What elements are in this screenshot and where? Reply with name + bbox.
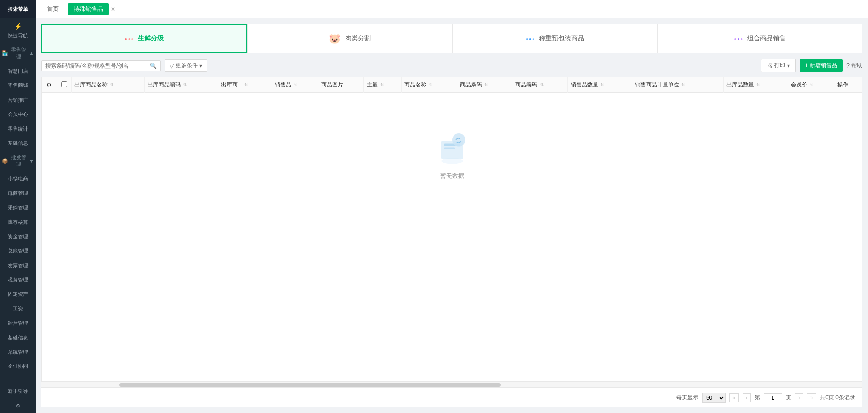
sidebar-item-retail-mall[interactable]: 零售商城 [0, 78, 36, 92]
sidebar-item-enterprise[interactable]: 企业协同 [0, 359, 36, 373]
topbar: 首页 特殊销售品 ✕ [36, 0, 868, 18]
chevron-icon: ▲ [29, 51, 34, 56]
col-outlet-code[interactable]: 出库商品编码 ⇅ [145, 77, 218, 93]
per-page-select[interactable]: 50 10 20 100 [702, 393, 726, 403]
chevron-down-icon: ▾ [199, 63, 202, 69]
func-tab-meat-cutting[interactable]: 🐷 肉类分割 [247, 24, 452, 53]
select-all-checkbox[interactable] [61, 81, 67, 87]
sidebar-item-fixed-assets[interactable]: 固定资产 [0, 287, 36, 301]
col-outlet-qty[interactable]: 出库品数量 ⇅ [723, 77, 788, 93]
data-table: ⚙ 出库商品名称 ⇅ 出库商品编码 ⇅ 出库商. [41, 77, 862, 382]
print-button[interactable]: 🖨 打印 ▾ [761, 59, 796, 72]
svg-point-4 [452, 133, 465, 147]
sidebar-item-newcomer[interactable]: 新手引导 [0, 384, 36, 398]
empty-text: 暂无数据 [440, 172, 464, 180]
sort-icon-sales-item: ⇅ [294, 82, 297, 87]
svg-rect-3 [444, 147, 455, 149]
sidebar: 搜索菜单 ⚡ 快捷导航 🏪 零售管理 ▲ 智慧门店 零售商城 营销推广 会员中心… [0, 0, 36, 413]
toolbar-left: 🔍 ▽ 更多条件 ▾ [41, 59, 207, 72]
sort-icon-product-name: ⇅ [429, 82, 432, 87]
help-icon: ? [846, 63, 850, 69]
sidebar-item-member-center[interactable]: 会员中心 [0, 107, 36, 121]
search-icon: 🔍 [150, 63, 157, 69]
page-label: 第 [755, 394, 760, 402]
content-area: ●●● 生鲜分级 🐷 肉类分割 ●●● 称重预包装商品 ●●● 组合商品销售 [36, 18, 868, 413]
settings-icon: ⚙ [16, 403, 20, 408]
first-page-button[interactable]: « [729, 393, 739, 402]
col-operation: 操作 [834, 77, 862, 93]
sidebar-item-ops-mgmt[interactable]: 经营管理 [0, 316, 36, 330]
horizontal-scroll[interactable] [41, 382, 862, 387]
col-sales-unit[interactable]: 销售商品计量单位 ⇅ [632, 77, 724, 93]
sort-icon-sales-unit: ⇅ [681, 82, 685, 87]
prev-page-button[interactable]: ‹ [743, 393, 751, 402]
col-barcode[interactable]: 商品条码 ⇅ [457, 77, 512, 93]
sidebar-item-retail-stats[interactable]: 零售统计 [0, 122, 36, 136]
sidebar-item-wholesale-mgmt[interactable]: 📦 批发管理 ▼ [0, 150, 36, 172]
sidebar-item-ecom-mgmt[interactable]: 电商管理 [0, 186, 36, 201]
sidebar-item-quick-nav[interactable]: ⚡ 快捷导航 [0, 18, 36, 43]
tab-home[interactable]: 首页 [41, 3, 64, 15]
sidebar-item-retail-mgmt[interactable]: 🏪 零售管理 ▲ [0, 43, 36, 64]
pagination: 每页显示 50 10 20 100 « ‹ 第 页 › » 共0页 0条记录 [41, 387, 862, 407]
empty-state: 暂无数据 [42, 93, 862, 217]
toolbar: 🔍 ▽ 更多条件 ▾ 🖨 打印 ▾ + 新增销售品 ? 帮助 [41, 59, 862, 72]
page-input[interactable] [764, 393, 782, 402]
sidebar-item-mini-ecom[interactable]: 小畅电商 [0, 172, 36, 186]
search-box[interactable]: 🔍 [41, 60, 161, 71]
help-button[interactable]: ? 帮助 [846, 62, 862, 69]
last-page-button[interactable]: » [807, 393, 817, 402]
print-icon: 🖨 [767, 63, 772, 69]
sort-icon-sales-qty: ⇅ [601, 82, 604, 87]
weighing-icon: ●●● [526, 37, 534, 41]
col-outlet-spec[interactable]: 出库商... ⇅ [218, 77, 272, 93]
quick-nav-icon: ⚡ [2, 22, 34, 31]
toolbar-right: 🖨 打印 ▾ + 新增销售品 ? 帮助 [761, 59, 862, 72]
filter-button[interactable]: ▽ 更多条件 ▾ [165, 59, 207, 72]
col-product-img[interactable]: 商品图片 [318, 77, 364, 93]
sort-icon-outlet-spec: ⇅ [244, 82, 248, 87]
sidebar-item-sales-promo[interactable]: 营销推广 [0, 93, 36, 107]
per-page-label: 每页显示 [676, 394, 698, 402]
func-tab-fresh-grading[interactable]: ●●● 生鲜分级 [41, 24, 247, 53]
sidebar-item-general-ledger[interactable]: 总账管理 [0, 244, 36, 258]
add-product-button[interactable]: + 新增销售品 [800, 59, 843, 72]
sidebar-item-settings[interactable]: ⚙ [0, 399, 36, 413]
sidebar-item-invoice-mgmt[interactable]: 发票管理 [0, 258, 36, 273]
col-sales-item[interactable]: 销售品 ⇅ [272, 77, 318, 93]
col-settings[interactable]: ⚙ [42, 77, 57, 93]
sidebar-item-salary[interactable]: 工资 [0, 302, 36, 316]
meat-cutting-icon: 🐷 [329, 33, 340, 44]
func-tab-weighing-prepack[interactable]: ●●● 称重预包装商品 [453, 24, 658, 53]
col-product-name[interactable]: 商品名称 ⇅ [401, 77, 457, 93]
chevron-down-icon: ▼ [29, 158, 34, 164]
col-sales-qty[interactable]: 销售品数量 ⇅ [567, 77, 632, 93]
app-logo: 搜索菜单 [0, 0, 36, 18]
filter-icon: ▽ [170, 63, 174, 69]
col-product-code[interactable]: 商品编码 ⇅ [512, 77, 568, 93]
sidebar-item-smart-store[interactable]: 智慧门店 [0, 64, 36, 78]
tab-special-products[interactable]: 特殊销售品 [68, 3, 109, 15]
col-outlet-name[interactable]: 出库商品名称 ⇅ [71, 77, 145, 93]
scroll-thumb[interactable] [119, 383, 501, 387]
sidebar-item-finance-mgmt[interactable]: 资金管理 [0, 229, 36, 244]
search-input[interactable] [45, 63, 150, 69]
col-main-weight[interactable]: 主量 ⇅ [364, 77, 402, 93]
col-member-price[interactable]: 会员价 ⇅ [788, 77, 834, 93]
close-tab-icon[interactable]: ✕ [111, 6, 115, 12]
sidebar-item-inventory[interactable]: 库存核算 [0, 215, 36, 229]
next-page-button[interactable]: › [795, 393, 803, 402]
sidebar-item-system-mgmt[interactable]: 系统管理 [0, 345, 36, 359]
sidebar-item-tax-mgmt[interactable]: 税务管理 [0, 273, 36, 287]
sidebar-item-basic-info2[interactable]: 基础信息 [0, 331, 36, 345]
sort-icon-main-weight: ⇅ [380, 82, 384, 87]
wholesale-icon: 📦 [2, 158, 8, 164]
main-content: 首页 特殊销售品 ✕ ●●● 生鲜分级 🐷 肉类分割 ●●● 称重预包装商品 [36, 0, 868, 413]
col-checkbox[interactable] [57, 77, 71, 93]
sort-icon-barcode: ⇅ [484, 82, 488, 87]
sort-icon-product-code: ⇅ [540, 82, 544, 87]
sidebar-item-basic-info[interactable]: 基础信息 [0, 136, 36, 150]
sidebar-item-purchase-mgmt[interactable]: 采购管理 [0, 201, 36, 215]
func-tab-combo-sales[interactable]: ●●● 组合商品销售 [658, 24, 862, 53]
page-suffix: 页 [786, 394, 791, 402]
